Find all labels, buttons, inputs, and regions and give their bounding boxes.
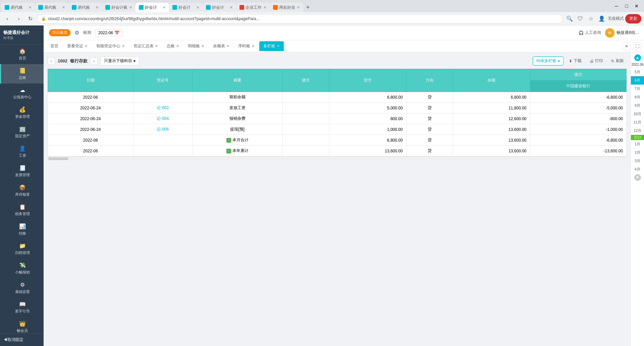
filter-button[interactable]: 只显示下级科目 ▾	[100, 56, 139, 65]
star-icon[interactable]: ☆	[586, 14, 596, 23]
calendar-month-2023-3月[interactable]: 3月	[631, 157, 644, 165]
calendar-month-11月[interactable]: 11月	[631, 118, 644, 127]
forward-button[interactable]: ›	[14, 14, 23, 23]
sidebar-item-结账[interactable]: 📊结账	[0, 220, 44, 239]
logo-main: 畅捷通好会计	[3, 30, 40, 36]
update-button[interactable]: 更新	[625, 14, 641, 23]
browser-tab-6[interactable]: 好会计✕	[203, 3, 236, 12]
calendar-month-8月[interactable]: 8月	[631, 93, 644, 101]
calendar-month-6月[interactable]: 6月	[631, 76, 644, 85]
page-tab-close-6[interactable]: ✕	[226, 44, 229, 48]
tab-close-0[interactable]: ✕	[29, 5, 32, 10]
settings-icon[interactable]: ⚙	[74, 30, 79, 36]
page-tab-智能凭证中心[interactable]: 智能凭证中心✕	[92, 41, 129, 51]
page-tab-序时账[interactable]: 序时账✕	[234, 41, 259, 51]
page-tab-close-1[interactable]: ✕	[85, 44, 88, 48]
sidebar-item-库存核算[interactable]: 📦库存核算	[0, 181, 44, 200]
sidebar-item-税务管理[interactable]: 📋税务管理	[0, 200, 44, 220]
page-tab-close-4[interactable]: ✕	[176, 44, 179, 48]
notrack-btn[interactable]: 无痕模式	[608, 14, 624, 23]
sidebar-item-发票管理[interactable]: 🧾发票管理	[0, 161, 44, 181]
new-tab-button[interactable]: +	[303, 3, 313, 12]
ai-consult-button[interactable]: 🎧 人工咨询	[579, 30, 601, 36]
tab-close-6[interactable]: ✕	[230, 5, 233, 10]
sidebar-footer[interactable]: ◀取消固定	[0, 333, 44, 346]
special-ledger-button[interactable]: 特殊多栏账 ▾	[533, 56, 564, 65]
sidebar-item-工资[interactable]: 👤工资	[0, 142, 44, 161]
calendar-month-10月[interactable]: 10月	[631, 110, 644, 118]
close-button[interactable]: ✕	[632, 1, 641, 11]
cell-credit: 6,800.00	[329, 92, 406, 103]
nav-icon-7: 📦	[19, 184, 26, 191]
prev-account-button[interactable]: ‹	[48, 57, 55, 65]
address-bar[interactable]: 🔒 cloud2.chanjet.com/accounting/uh26t264…	[37, 14, 563, 23]
sidebar-item-基础设置[interactable]: ⚙基础设置	[0, 278, 44, 298]
browser-tab-1[interactable]: 易代账✕	[35, 3, 68, 12]
calendar-month-7月[interactable]: 7月	[631, 85, 644, 93]
reload-button[interactable]: ↻	[25, 14, 35, 23]
close-panel-button[interactable]: ✕	[623, 42, 631, 50]
browser-tab-3[interactable]: 好会计账✕	[102, 3, 136, 12]
tab-close-5[interactable]: ✕	[196, 5, 199, 10]
expand-button[interactable]: ⛶	[633, 42, 641, 50]
sidebar-item-固定资产[interactable]: 🏢固定资产	[0, 122, 44, 142]
page-tab-查看凭证[interactable]: 查看凭证✕	[63, 41, 92, 51]
profile-icon[interactable]: 👤	[597, 14, 606, 23]
sidebar-item-归档管理[interactable]: 📁归档管理	[0, 239, 44, 259]
tab-close-4[interactable]: ✕	[163, 5, 166, 10]
download-button[interactable]: ⬇ 下载	[566, 56, 584, 65]
page-tab-close-5[interactable]: ✕	[201, 44, 204, 48]
page-tab-close-3[interactable]: ✕	[155, 44, 158, 48]
calendar-down-button[interactable]: ▼	[634, 174, 641, 181]
page-tab-close-8[interactable]: ✕	[277, 44, 280, 48]
voucher-link[interactable]: 记-004	[157, 116, 169, 121]
period-button[interactable]: 2022-06 📅	[95, 29, 122, 37]
page-tab-首页[interactable]: 首页	[46, 41, 62, 51]
calendar-month-2023-1月[interactable]: 1月	[631, 140, 644, 148]
voucher-link[interactable]: 记-002	[157, 105, 169, 110]
calendar-month-2023-4月[interactable]: 4月	[631, 165, 644, 174]
page-tab-余额表[interactable]: 余额表✕	[209, 41, 233, 51]
tab-close-7[interactable]: ✕	[263, 5, 266, 10]
page-tab-close-7[interactable]: ✕	[252, 44, 255, 48]
sidebar-item-首页[interactable]: 🏠首页	[0, 45, 44, 64]
browser-tab-0[interactable]: 易代账✕	[1, 3, 35, 12]
page-tab-凭证汇总表[interactable]: 凭证汇总表✕	[129, 41, 162, 51]
calendar-month-9月[interactable]: 9月	[631, 101, 644, 110]
page-tab-明细账[interactable]: 明细账✕	[184, 41, 208, 51]
sidebar-item-小畅报销[interactable]: 💸小畅报销	[0, 259, 44, 278]
page-tab-close-2[interactable]: ✕	[122, 44, 125, 48]
browser-tab-7[interactable]: 企业工作✕	[236, 3, 270, 12]
print-button[interactable]: 🖨 打印	[587, 56, 606, 65]
sidebar-item-总账[interactable]: 📒总账	[0, 64, 44, 84]
calendar-month-2023-2月[interactable]: 2月	[631, 148, 644, 157]
voucher-link[interactable]: 记-006	[157, 127, 169, 132]
page-tab-多栏账[interactable]: 多栏账✕	[259, 41, 284, 51]
browser-tab-5[interactable]: 好会计✕	[169, 3, 203, 12]
sidebar-item-资金管理[interactable]: 💰资金管理	[0, 103, 44, 122]
cell-direction: 贷	[406, 124, 453, 135]
refresh-button[interactable]: ↻ 刷新	[608, 56, 627, 65]
calendar-up-button[interactable]: ▲	[634, 54, 641, 61]
browser-tab-2[interactable]: 易代账✕	[68, 3, 102, 12]
search-icon[interactable]: 🔍	[565, 14, 574, 23]
sidebar-item-畅会员[interactable]: 👑畅会员	[0, 317, 44, 333]
tab-close-8[interactable]: ✕	[297, 5, 300, 10]
maximize-button[interactable]: □	[622, 1, 631, 11]
tab-close-2[interactable]: ✕	[96, 5, 99, 10]
horizontal-scrollbar[interactable]	[48, 156, 627, 160]
next-account-button[interactable]: ›	[90, 57, 98, 65]
calendar-month-5月[interactable]: 5月	[631, 68, 644, 76]
sidebar-item-云报表中心[interactable]: ☁云报表中心	[0, 84, 44, 103]
tab-close-3[interactable]: ✕	[129, 5, 132, 10]
browser-tab-8[interactable]: 用友好业✕	[270, 3, 303, 12]
back-button[interactable]: ‹	[3, 14, 12, 23]
browser-tab-4[interactable]: 好会计✕	[136, 3, 169, 12]
tab-close-1[interactable]: ✕	[62, 5, 65, 10]
page-tab-总账[interactable]: 总账✕	[163, 41, 183, 51]
shield-icon[interactable]: 🛡	[576, 14, 585, 23]
minimize-button[interactable]: ─	[612, 1, 621, 11]
user-button[interactable]: 畅 畅捷通B组...	[605, 28, 639, 38]
calendar-month-12月[interactable]: 12月	[631, 127, 644, 135]
sidebar-item-新手引导[interactable]: 📖新手引导	[0, 298, 44, 317]
